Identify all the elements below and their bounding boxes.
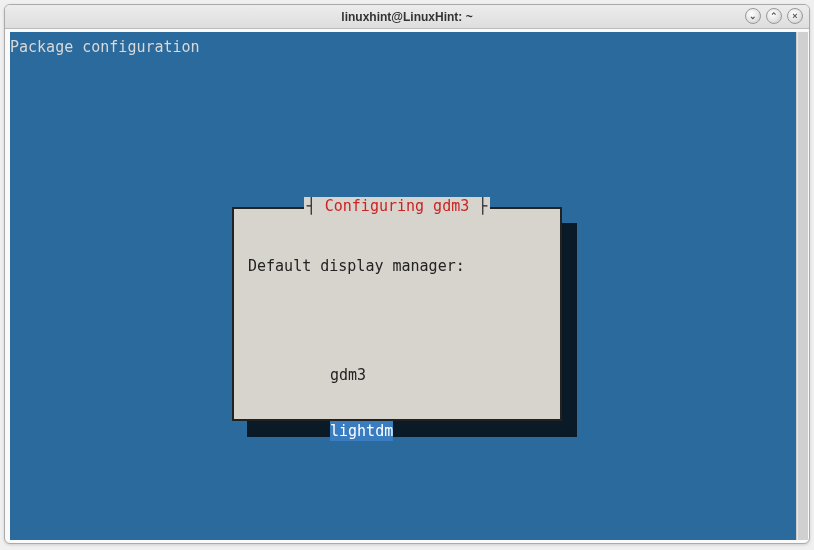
dialog-options: gdm3 lightdm xyxy=(330,329,546,477)
window-controls: ⌄ ⌃ × xyxy=(745,8,803,24)
close-button[interactable]: × xyxy=(787,8,803,24)
maximize-icon: ⌃ xyxy=(770,12,778,21)
package-configuration-header: Package configuration xyxy=(10,38,200,56)
config-dialog: Configuring gdm3 Default display manager… xyxy=(232,207,562,421)
terminal-area[interactable]: Package configuration Configuring gdm3 D… xyxy=(10,32,804,540)
close-icon: × xyxy=(792,12,797,21)
dialog-title-wrap: Configuring gdm3 xyxy=(234,197,560,215)
scrollbar-thumb[interactable] xyxy=(798,32,808,540)
window-title: linuxhint@LinuxHint: ~ xyxy=(341,10,472,24)
titlebar[interactable]: linuxhint@LinuxHint: ~ ⌄ ⌃ × xyxy=(5,5,809,29)
dialog-prompt: Default display manager: xyxy=(248,257,546,275)
minimize-button[interactable]: ⌄ xyxy=(745,8,761,24)
terminal-window: linuxhint@LinuxHint: ~ ⌄ ⌃ × Package con… xyxy=(4,4,810,544)
option-gdm3[interactable]: gdm3 xyxy=(330,365,366,385)
option-lightdm[interactable]: lightdm xyxy=(330,421,393,441)
minimize-icon: ⌄ xyxy=(749,12,757,21)
maximize-button[interactable]: ⌃ xyxy=(766,8,782,24)
dialog-body: Default display manager: gdm3 lightdm <O… xyxy=(234,209,560,544)
scrollbar[interactable] xyxy=(796,32,808,540)
dialog-title: Configuring gdm3 xyxy=(304,197,491,215)
